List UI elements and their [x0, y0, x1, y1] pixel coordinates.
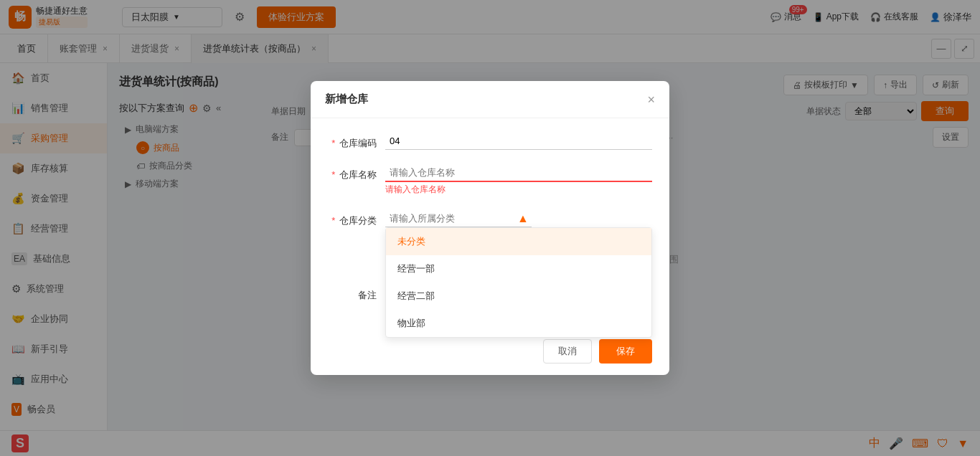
new-warehouse-dialog: 新增仓库 × * 仓库编码 * 仓库名称	[311, 81, 669, 375]
category-row: * 仓库分类 ▲ 未分类 经营一部 经营二部 物业部	[328, 210, 652, 227]
note-field-label: 备注	[328, 285, 385, 302]
dialog-title: 新增仓库	[325, 92, 368, 106]
dropdown-item-uncategorized[interactable]: 未分类	[386, 228, 651, 255]
code-input[interactable]	[385, 133, 652, 150]
name-input[interactable]	[385, 164, 652, 182]
name-label: * 仓库名称	[328, 164, 385, 181]
dropdown-item-property[interactable]: 物业部	[386, 310, 651, 337]
dropdown-item-dept2[interactable]: 经营二部	[386, 282, 651, 310]
dropdown-item-dept1[interactable]: 经营一部	[386, 255, 651, 282]
category-input-container: ▲	[385, 210, 532, 227]
category-dropdown: 未分类 经营一部 经营二部 物业部	[385, 227, 652, 338]
category-required: *	[331, 215, 335, 226]
name-input-wrapper: 请输入仓库名称	[385, 164, 652, 196]
category-input[interactable]	[385, 210, 514, 227]
name-row: * 仓库名称 请输入仓库名称	[328, 164, 652, 196]
cancel-button[interactable]: 取消	[543, 339, 592, 364]
dialog-close-button[interactable]: ×	[647, 93, 655, 106]
save-button[interactable]: 保存	[599, 339, 652, 364]
dialog-overlay: 新增仓库 × * 仓库编码 * 仓库名称	[0, 0, 980, 456]
code-label: * 仓库编码	[328, 133, 385, 150]
name-error-msg: 请输入仓库名称	[385, 184, 652, 196]
category-input-row: ▲	[385, 210, 532, 227]
category-toggle-icon[interactable]: ▲	[514, 212, 532, 225]
dialog-header: 新增仓库 ×	[311, 81, 669, 118]
code-required: *	[331, 138, 335, 148]
category-label: * 仓库分类	[328, 210, 385, 227]
name-required: *	[331, 169, 335, 180]
dialog-body: * 仓库编码 * 仓库名称 请输入仓库名称	[311, 118, 669, 331]
code-row: * 仓库编码	[328, 133, 652, 150]
